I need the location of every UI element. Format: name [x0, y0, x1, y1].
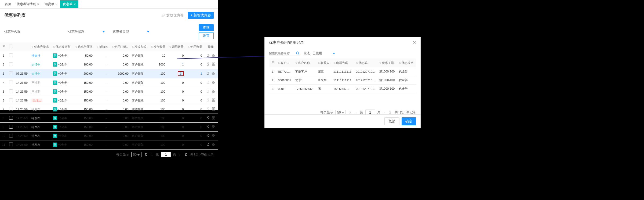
add-coupon-button[interactable]: + 新增优惠券	[188, 12, 214, 19]
row-checkbox[interactable]	[9, 62, 13, 66]
col-checkbox[interactable]	[7, 42, 14, 51]
modal-next-page[interactable]: ›	[383, 111, 386, 114]
table-row[interactable]: 3 07 23:59 执行中 代代金券 200.00 -- 1000.00 客户…	[0, 69, 218, 78]
close-icon[interactable]: ✕	[37, 3, 39, 6]
row-discount: --	[94, 105, 109, 114]
use-count-link[interactable]: 1	[201, 72, 202, 75]
col-threshold[interactable]: ⇅使用门槛...	[109, 42, 130, 51]
qr-icon[interactable]	[212, 134, 216, 137]
row-checkbox[interactable]	[9, 89, 13, 93]
query-button[interactable]: 查询	[199, 24, 214, 31]
row-checkbox[interactable]	[9, 53, 13, 57]
modal-search-input[interactable]	[269, 52, 296, 55]
row-checkbox[interactable]	[9, 107, 13, 111]
modal-col-code[interactable]: ⇅优惠码	[354, 59, 378, 67]
modal-col-phone[interactable]: ⇅电话号码	[332, 59, 354, 67]
modal-search[interactable]	[269, 51, 300, 56]
row-checkbox[interactable]	[9, 98, 13, 102]
table-row[interactable]: 5 14 23:59 已过期 代代金券 150.00 -- 0.00 客户领取 …	[0, 87, 218, 96]
filter-name-input[interactable]	[23, 29, 60, 34]
first-page[interactable]: ⊼	[144, 153, 148, 157]
next-page[interactable]: ›	[178, 153, 181, 157]
row-checkbox[interactable]	[9, 134, 13, 137]
col-discount[interactable]: ⇅折扣%	[94, 42, 109, 51]
table-row[interactable]: 9 14 23:59 待发布 代代金券 150.00 -- 0.00 客户领取 …	[0, 123, 218, 132]
table-row[interactable]: 1 待执行 代代金券 50.00 -- 0.00 客户领取 10 0 0	[0, 51, 218, 60]
modal-close-button[interactable]: ✕	[413, 40, 416, 45]
row-checkbox[interactable]	[9, 71, 13, 75]
table-row[interactable]: 1 RETAIL... 零散客户 张三 11111111111 20191207…	[269, 67, 416, 76]
tab[interactable]: 销货单✕	[42, 0, 60, 8]
qr-icon[interactable]	[212, 71, 216, 75]
table-row[interactable]: 4 14 23:59 已过期 代代金券 150.00 -- 0.00 客户领取 …	[0, 78, 218, 87]
last-page[interactable]: ⊻	[184, 153, 188, 157]
claim-count-link[interactable]: 1	[182, 63, 184, 66]
close-icon[interactable]: ✕	[55, 3, 57, 6]
table-row[interactable]: 10 14 23:59 待发布 代代金券 150.00 -- 0.00 客户领取…	[0, 132, 218, 140]
modal-prev-page[interactable]: ‹	[355, 111, 358, 114]
table-row[interactable]: 8 14 23:59 待发布 代代金券 150.00 -- 0.00 客户领取 …	[0, 114, 218, 123]
share-icon[interactable]	[206, 53, 210, 57]
confirm-button[interactable]: 确定	[402, 117, 416, 125]
qr-icon[interactable]	[212, 81, 216, 84]
modal-last-page[interactable]: ⊻	[388, 111, 392, 114]
modal-col-gear[interactable]	[269, 59, 276, 67]
qr-icon[interactable]	[212, 53, 216, 57]
row-threshold: 0.00	[109, 87, 130, 96]
qr-icon[interactable]	[212, 116, 216, 120]
share-icon[interactable]	[206, 71, 210, 75]
tab[interactable]: 首页	[2, 0, 14, 8]
qr-icon[interactable]	[212, 125, 216, 129]
qr-icon[interactable]	[212, 107, 216, 111]
row-phone: 11111111111	[332, 76, 354, 85]
filter-status-select[interactable]	[86, 31, 105, 32]
table-row[interactable]: 3 0001 17666666666 张 156 6666 ... 201912…	[269, 85, 416, 93]
col-claim-qty[interactable]: ⇅领用数量	[167, 42, 185, 51]
distribute-coupon-button[interactable]: 发放优惠券	[159, 12, 186, 19]
row-checkbox[interactable]	[9, 116, 13, 120]
col-issue-mode[interactable]: ⇅发放方式	[130, 42, 149, 51]
modal-col-contact[interactable]: ⇅联系人	[316, 59, 332, 67]
modal-col-no[interactable]: ⇅客户...	[276, 59, 293, 67]
row-time: 07 23:59	[14, 69, 30, 78]
row-checkbox[interactable]	[9, 81, 13, 84]
table-row[interactable]: 6 14 23:59 已终止 代代金券 150.00 -- 0.00 客户领取 …	[0, 96, 218, 105]
row-checkbox[interactable]	[9, 125, 13, 129]
cancel-button[interactable]: 取消	[384, 117, 399, 125]
row-checkbox[interactable]	[9, 143, 13, 146]
col-type[interactable]: ⇅优惠券类型	[51, 42, 73, 51]
table-row[interactable]: 2 00010001 北京1 唐先生 11111111111 201912071…	[269, 76, 416, 85]
col-value[interactable]: ⇅优惠券面值	[73, 42, 94, 51]
prev-page[interactable]: ‹	[150, 153, 154, 157]
qr-icon[interactable]	[212, 62, 216, 66]
modal-status-select[interactable]: 已使用	[312, 51, 335, 56]
qr-icon[interactable]	[212, 143, 216, 146]
row-discount: --	[94, 51, 109, 60]
row-index: 5	[0, 87, 7, 96]
svg-rect-28	[214, 109, 215, 110]
modal-first-page[interactable]: ⊼	[348, 111, 352, 114]
col-status[interactable]: ⇅优惠券状态	[30, 42, 51, 51]
modal-col-name[interactable]: ⇅客户名称	[294, 59, 316, 67]
modal-col-topic[interactable]: ⇅优惠主题	[378, 59, 397, 67]
settings-button[interactable]: 设置	[199, 32, 214, 39]
table-row[interactable]: 11 14 23:59 待发布 代代金券 150.00 -- 0.00 客户领取…	[0, 140, 218, 149]
col-gear[interactable]	[0, 42, 7, 51]
qr-icon[interactable]	[212, 98, 216, 102]
table-row[interactable]: 2 执行中 代代金券 100.00 -- 0.00 客户领取 1000 1 0	[0, 60, 218, 69]
modal-col-cat[interactable]: ⇅优惠券类	[397, 59, 416, 67]
svg-rect-8	[214, 64, 215, 66]
claim-count-highlighted[interactable]: 3	[178, 71, 184, 76]
col-use-qty[interactable]: ⇅使用数量	[185, 42, 204, 51]
qr-icon[interactable]	[212, 89, 216, 93]
tab[interactable]: 优惠券✕	[60, 0, 78, 8]
col-issue-qty[interactable]: ⇅发行数量	[148, 42, 167, 51]
row-topic: 满1000-100	[378, 76, 397, 85]
close-icon[interactable]: ✕	[74, 3, 76, 6]
tab[interactable]: 优惠券详情页✕	[14, 0, 42, 8]
share-icon[interactable]	[206, 62, 210, 66]
per-page-select[interactable]: 50	[131, 152, 142, 157]
page-input[interactable]	[161, 152, 171, 157]
filter-type-select[interactable]	[131, 31, 149, 32]
table-row[interactable]: 7 14 23:59 待发布 代代金券 150.00 -- 0.00 客户领取 …	[0, 105, 218, 114]
